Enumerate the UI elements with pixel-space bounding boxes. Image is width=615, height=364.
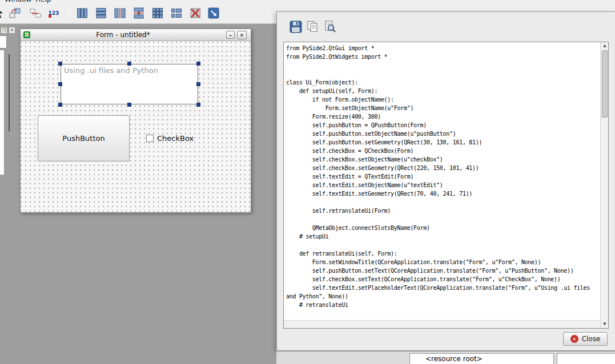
code-preview-dialog: from PySide2.QtGui import *from PySide2.… (276, 11, 615, 351)
save-icon[interactable] (289, 20, 303, 34)
selection-handle-top-left[interactable] (58, 62, 62, 66)
code-text: from PySide2.QtGui import *from PySide2.… (286, 44, 594, 309)
layout-grid-icon[interactable] (151, 6, 164, 20)
textedit-widget[interactable]: Using .ui files and Python (61, 64, 198, 104)
selection-handle-mid-left[interactable] (58, 82, 62, 86)
checkbox-label: CheckBox (157, 134, 194, 143)
close-window-button[interactable]: ✕ (237, 31, 247, 39)
dock-float-icon[interactable]: ❐ (1, 27, 7, 34)
scroll-down-icon[interactable]: ▼ (601, 321, 609, 328)
selection-handle-bottom-center[interactable] (127, 103, 131, 107)
close-button-label: Close (582, 335, 601, 343)
selection-handle-bottom-right[interactable] (196, 103, 200, 107)
widget-box-filter-input[interactable] (0, 35, 7, 48)
widget-box-panel (0, 50, 5, 175)
toolbar-separator (69, 7, 69, 19)
form-canvas[interactable]: Using .ui files and Python PushButton Ch… (21, 41, 251, 212)
horizontal-scrollbar[interactable] (284, 320, 600, 328)
selection-handle-top-right[interactable] (196, 62, 200, 66)
break-layout-icon[interactable] (188, 6, 202, 20)
find-icon[interactable] (323, 20, 337, 34)
layout-vertical-splitter-icon[interactable] (132, 6, 146, 20)
resource-root-item[interactable]: <resource root> (425, 355, 483, 363)
scroll-up-icon[interactable]: ▲ (601, 42, 609, 50)
dock-close-icon[interactable]: ✕ (9, 27, 15, 34)
layout-horizontal-splitter-icon[interactable] (113, 6, 127, 20)
tab-order-numbers: 123 (49, 10, 59, 16)
edit-signals-slots-icon[interactable] (8, 6, 22, 20)
pushbutton-widget[interactable]: PushButton (38, 115, 130, 161)
layout-vertical-icon[interactable] (94, 6, 108, 20)
edit-widgets-icon[interactable] (0, 6, 6, 20)
selection-handle-bottom-left[interactable] (58, 103, 62, 107)
close-button[interactable]: ✕ Close (563, 332, 608, 346)
resource-list[interactable] (557, 353, 615, 364)
close-icon: ✕ (570, 335, 578, 343)
form-designer-window: D Form - untitled* - ✕ Using .ui files a… (20, 29, 251, 213)
copy-icon[interactable] (306, 20, 320, 34)
resource-tree[interactable]: <resource root> (409, 353, 554, 364)
layout-form-icon[interactable] (170, 6, 183, 20)
menu-window[interactable]: Window (5, 0, 31, 3)
edit-buddies-icon[interactable] (29, 6, 42, 20)
layout-horizontal-icon[interactable] (75, 6, 89, 20)
edit-tab-order-icon[interactable]: 123 (47, 6, 61, 20)
menubar: Window Help (0, 0, 137, 3)
scrollbar-thumb[interactable] (602, 50, 608, 118)
form-file-icon: D (23, 31, 30, 38)
widget-box-scrollbar[interactable] (9, 54, 10, 131)
form-window-title: Form - untitled* (32, 31, 214, 39)
form-window-titlebar[interactable]: D Form - untitled* - ✕ (21, 29, 251, 41)
checkbox-glyph[interactable] (146, 135, 154, 142)
checkbox-widget[interactable]: CheckBox (146, 127, 204, 150)
minimize-button[interactable]: - (226, 31, 235, 39)
menu-help[interactable]: Help (35, 0, 51, 3)
vertical-scrollbar[interactable]: ▲ ▼ (600, 42, 608, 328)
code-view[interactable]: from PySide2.QtGui import *from PySide2.… (283, 42, 609, 329)
adjust-size-icon[interactable] (207, 6, 220, 20)
selection-handle-mid-right[interactable] (196, 82, 200, 86)
selection-handle-top-center[interactable] (127, 62, 131, 66)
